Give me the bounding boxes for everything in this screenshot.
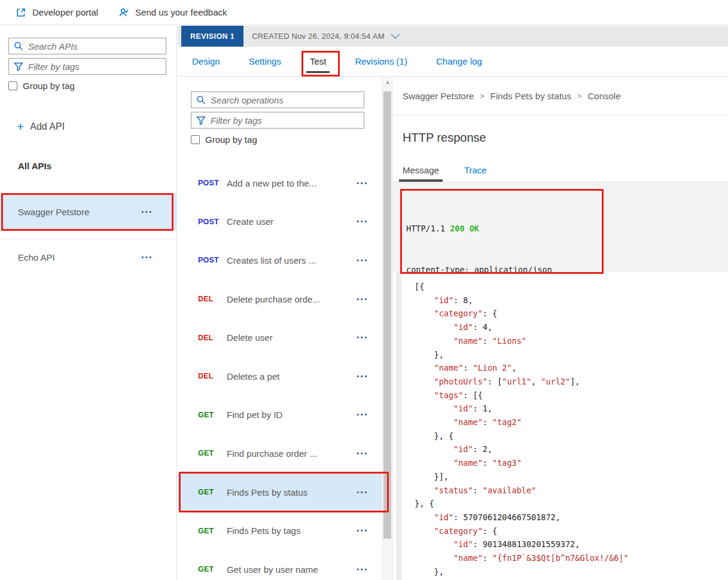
operation-list-item[interactable]: POSTCreate user••• — [178, 203, 382, 242]
response-tab-strip: MessageTrace — [393, 165, 728, 182]
operation-list-item[interactable]: GETGet user by user name••• — [178, 550, 382, 580]
developer-portal-link[interactable]: Developer portal — [16, 7, 98, 18]
breadcrumb-item[interactable]: Finds Pets by status — [491, 91, 571, 101]
operation-list-item[interactable]: GETFinds Pets by status••• — [178, 473, 382, 512]
json-line: "name": "Lion 2", — [415, 361, 728, 375]
plus-icon: + — [17, 120, 24, 133]
json-line: "id": 4, — [415, 320, 728, 334]
breadcrumb: Swagger Petstore>Finds Pets by status>Co… — [393, 77, 728, 115]
operation-method-badge: DEL — [198, 334, 227, 342]
operation-context-menu-button[interactable]: ••• — [357, 450, 368, 457]
operation-context-menu-button[interactable]: ••• — [357, 527, 368, 534]
ops-group-by-tag-row: Group by tag — [191, 135, 257, 145]
operation-name: Finds Pets by tags — [227, 526, 357, 536]
tab-revisions-1[interactable]: Revisions (1) — [354, 48, 409, 75]
api-context-menu-button[interactable]: ••• — [141, 209, 153, 215]
main-panel: REVISION 1 CREATED Nov 26, 2024, 9:04:54… — [178, 26, 728, 580]
json-line: "category": { — [415, 524, 728, 538]
search-apis-input[interactable] — [28, 38, 166, 54]
json-line: "id": 5707061204667501872, — [415, 511, 728, 524]
scroll-up-arrow[interactable]: ▲ — [382, 80, 393, 85]
body-left-gutter — [396, 272, 401, 580]
json-line: "status": "available" — [415, 484, 728, 497]
json-line: }, — [415, 348, 728, 362]
json-line: }, { — [415, 497, 728, 511]
ops-group-by-tag-label: Group by tag — [205, 135, 257, 145]
json-line: }], — [415, 470, 728, 484]
operation-list-item[interactable]: GETFind pet by ID••• — [178, 396, 382, 435]
filter-tags-input[interactable] — [28, 59, 166, 74]
response-tab-message[interactable]: Message — [403, 165, 439, 182]
tab-change-log[interactable]: Change log — [435, 48, 483, 75]
breadcrumb-item[interactable]: Console — [587, 91, 620, 101]
external-link-icon — [16, 7, 26, 18]
operation-name: Find purchase order ... — [227, 448, 357, 459]
revision-badge: REVISION 1 — [181, 26, 243, 47]
search-icon — [14, 41, 23, 51]
tab-test[interactable]: Test — [309, 48, 328, 75]
operation-method-badge: GET — [198, 527, 227, 535]
operation-name: Finds Pets by status — [227, 487, 357, 497]
response-tab-trace[interactable]: Trace — [464, 165, 487, 182]
operation-list-item[interactable]: POSTAdd a new pet to the...••• — [178, 164, 382, 203]
operations-scrollbar: ▲ — [382, 77, 392, 580]
api-name: Echo API — [18, 252, 141, 262]
api-sidebar: Group by tag + Add API All APIs Swagger … — [0, 26, 177, 580]
search-operations-input[interactable] — [211, 92, 364, 108]
operation-list-item[interactable]: DELDelete purchase orde...••• — [178, 280, 382, 319]
api-tab-strip: DesignSettingsTestRevisions (1)Change lo… — [178, 47, 728, 77]
json-line: }, { — [415, 429, 728, 443]
operation-list-item[interactable]: GETFinds Pets by tags••• — [178, 511, 382, 550]
operation-method-badge: DEL — [198, 295, 227, 303]
json-line: "name": "Lions" — [415, 334, 728, 348]
operation-method-badge: POST — [198, 179, 227, 187]
operation-context-menu-button[interactable]: ••• — [357, 334, 368, 341]
json-line: "id": 2, — [415, 442, 728, 456]
filter-tags-box — [8, 58, 166, 75]
operation-name: Creates list of users ... — [227, 255, 357, 265]
ops-filter-tags-box — [191, 112, 364, 129]
tab-design[interactable]: Design — [191, 48, 221, 75]
api-list-item[interactable]: Echo API••• — [0, 239, 177, 276]
operation-name: Create user — [227, 216, 357, 227]
operation-context-menu-button[interactable]: ••• — [357, 218, 368, 225]
operation-list-item[interactable]: GETFind purchase order ...••• — [178, 434, 382, 473]
feedback-link[interactable]: Send us your feedback — [118, 7, 227, 18]
operation-context-menu-button[interactable]: ••• — [357, 296, 368, 303]
content-area: Group by tag POSTAdd a new pet to the...… — [178, 77, 728, 580]
operations-panel: Group by tag POSTAdd a new pet to the...… — [178, 77, 382, 580]
operation-name: Delete user — [227, 332, 357, 343]
operation-list-item[interactable]: DELDeletes a pet••• — [178, 357, 382, 396]
ops-group-by-tag-checkbox[interactable] — [191, 135, 200, 144]
add-api-label: Add API — [30, 121, 65, 132]
operation-method-badge: DEL — [198, 372, 227, 380]
response-body-block: [{ "id": 8, "category": { "id": 4, "name… — [393, 272, 728, 580]
operation-list-item[interactable]: POSTCreates list of users ...••• — [178, 241, 382, 280]
operation-context-menu-button[interactable]: ••• — [357, 257, 368, 264]
breadcrumb-separator: > — [577, 91, 582, 100]
operation-list-item[interactable]: DELDelete user••• — [178, 318, 382, 357]
operation-context-menu-button[interactable]: ••• — [357, 411, 368, 418]
operation-context-menu-button[interactable]: ••• — [357, 489, 368, 496]
http-response-title: HTTP response — [403, 131, 728, 145]
chevron-down-icon[interactable] — [391, 33, 400, 39]
operation-method-badge: GET — [198, 411, 227, 419]
operation-context-menu-button[interactable]: ••• — [357, 566, 368, 573]
json-line: "category": { — [415, 307, 728, 320]
json-line: "name": "{fn1P`&3$Qt[b^n7&Glox!/&6|" — [415, 551, 728, 565]
operation-context-menu-button[interactable]: ••• — [357, 373, 368, 380]
operations-list: POSTAdd a new pet to the...•••POSTCreate… — [178, 164, 382, 580]
api-context-menu-button[interactable]: ••• — [141, 254, 153, 261]
add-api-button[interactable]: + Add API — [17, 120, 65, 133]
group-by-tag-checkbox[interactable] — [8, 81, 17, 90]
ops-filter-tags-input[interactable] — [211, 112, 364, 128]
api-list-item[interactable]: Swagger Petstore••• — [0, 193, 177, 230]
scrollbar-thumb[interactable] — [383, 91, 391, 539]
breadcrumb-item[interactable]: Swagger Petstore — [403, 91, 474, 101]
response-body-json: [{ "id": 8, "category": { "id": 4, "name… — [393, 272, 728, 580]
tab-settings[interactable]: Settings — [248, 48, 282, 75]
operation-context-menu-button[interactable]: ••• — [357, 180, 368, 187]
status-code: 200 OK — [450, 224, 479, 233]
group-by-tag-label: Group by tag — [23, 81, 75, 91]
operation-name: Deletes a pet — [227, 371, 357, 381]
